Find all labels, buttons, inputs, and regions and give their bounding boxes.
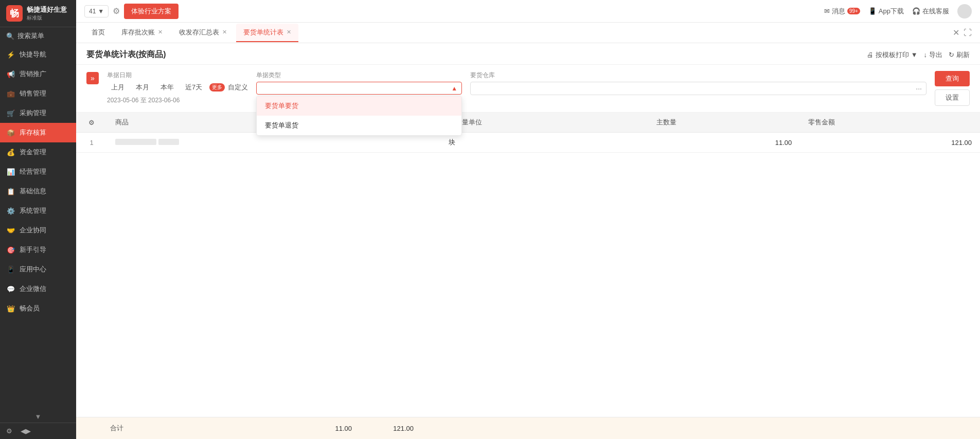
tab-close-order-stats[interactable]: ✕ (287, 29, 291, 35)
nav-label-purchase: 采购管理 (20, 108, 46, 118)
sidebar-item-member[interactable]: 👑 畅会员 (0, 299, 76, 318)
nav-label-finance: 资金管理 (20, 148, 46, 157)
sidebar-item-purchase[interactable]: 🛒 采购管理 (0, 103, 76, 123)
col-settings[interactable]: ⚙ (76, 113, 107, 133)
type-filter-input[interactable] (261, 84, 451, 92)
refresh-label: 刷新 (956, 50, 970, 60)
row-qty: 11.00 (648, 133, 800, 153)
col-qty: 主数量 (648, 113, 800, 133)
tab-collect-summary[interactable]: 收发存汇总表✕ (172, 24, 234, 42)
service-icon: 🎧 (912, 7, 920, 15)
row-amount: 121.00 (800, 133, 980, 153)
sidebar-item-finance[interactable]: 💰 资金管理 (0, 142, 76, 162)
type-filter-arrow[interactable]: ▲ (451, 85, 457, 92)
sidebar-item-system[interactable]: ⚙️ 系统管理 (0, 201, 76, 221)
warehouse-filter-input[interactable] (475, 85, 916, 93)
tabs-expand-icon[interactable]: ⛶ (964, 28, 972, 38)
print-icon: 🖨 (867, 51, 874, 59)
sidebar-item-inventory[interactable]: 📦 库存核算 (0, 123, 76, 142)
table-footer: 合计 11.00 121.00 (76, 417, 980, 439)
date-opt-this-month[interactable]: 本月 (132, 82, 153, 93)
sidebar-scroll-down[interactable]: ▼ (0, 411, 76, 423)
nav-icon-sales: 💼 (6, 89, 15, 98)
service-label: 在线客服 (922, 7, 949, 16)
tabs-close-all-icon[interactable]: ✕ (953, 28, 959, 38)
nav-icon-marketing: 📢 (6, 69, 15, 79)
nav-label-guide: 新手引导 (20, 245, 46, 254)
print-button[interactable]: 🖨 按模板打印 ▼ (867, 50, 918, 60)
brand-name: 畅捷通好生意 (27, 5, 67, 14)
tab-batch-invoice[interactable]: 库存批次账✕ (114, 24, 170, 42)
try-industry-button[interactable]: 体验行业方案 (124, 4, 179, 19)
table-row: 1 块 11.00 121.00 (76, 133, 980, 153)
company-selector[interactable]: 41 ▼ (84, 5, 109, 17)
date-opt-7days[interactable]: 近7天 (181, 82, 206, 93)
nav-label-enterprise: 企业协同 (20, 226, 46, 235)
message-badge: 99+ (847, 8, 860, 14)
tab-close-collect-summary[interactable]: ✕ (222, 29, 227, 35)
service-item[interactable]: 🎧 在线客服 (912, 7, 949, 16)
nav-icon-enterprise: 🤝 (6, 226, 15, 235)
export-icon: ↓ (924, 51, 928, 59)
sidebar-logo: 畅 畅捷通好生意 标准版 (0, 0, 76, 27)
filter-expand-button[interactable]: » (86, 72, 99, 84)
type-filter-label: 单据类型 (256, 71, 462, 80)
nav-icon-appstore: 📱 (6, 265, 15, 274)
nav-label-operation: 经营管理 (20, 167, 46, 176)
message-nav-item[interactable]: ✉ 消息 99+ (824, 7, 860, 16)
sidebar: 畅 畅捷通好生意 标准版 🔍 搜索菜单 ⚡ 快捷导航📢 营销推广💼 销售管理🛒 … (0, 0, 76, 439)
sidebar-item-weixin[interactable]: 💬 企业微信 (0, 279, 76, 299)
sidebar-item-appstore[interactable]: 📱 应用中心 (0, 260, 76, 279)
date-opt-this-year[interactable]: 本年 (156, 82, 178, 93)
tab-home[interactable]: 首页 (84, 24, 112, 42)
sidebar-item-quick-nav[interactable]: ⚡ 快捷导航 (0, 45, 76, 64)
date-opt-last-month[interactable]: 上月 (107, 82, 129, 93)
sidebar-item-basic[interactable]: 📋 基础信息 (0, 181, 76, 201)
settings-gear-icon[interactable]: ⚙ (113, 6, 120, 16)
tab-order-stats[interactable]: 要货单统计表✕ (236, 24, 298, 42)
warehouse-filter-input-row[interactable]: ··· (470, 82, 926, 95)
nav-label-appstore: 应用中心 (20, 265, 46, 274)
export-button[interactable]: ↓ 导出 (924, 50, 943, 60)
tab-label-batch-invoice: 库存批次账 (121, 28, 155, 37)
logo-icon: 畅 (6, 5, 23, 22)
print-arrow: ▼ (911, 51, 918, 59)
settings-icon[interactable]: ⚙ (6, 427, 12, 435)
app-download-item[interactable]: 📱 App下载 (868, 7, 904, 16)
message-icon: ✉ (824, 7, 830, 15)
sidebar-bottom: ⚙ ◀▶ (0, 423, 76, 439)
query-button[interactable]: 查询 (935, 71, 970, 86)
tab-close-batch-invoice[interactable]: ✕ (158, 29, 163, 35)
date-more-badge[interactable]: 更多 (209, 83, 225, 92)
sidebar-item-enterprise[interactable]: 🤝 企业协同 (0, 221, 76, 240)
nav-icon-basic: 📋 (6, 187, 15, 196)
sidebar-item-guide[interactable]: 🎯 新手引导 (0, 240, 76, 260)
nav-icon-finance: 💰 (6, 148, 15, 157)
page-actions: 🖨 按模板打印 ▼ ↓ 导出 ↻ 刷新 (867, 50, 970, 60)
nav-icon-weixin: 💬 (6, 284, 15, 294)
type-filter-group: 单据类型 ▲ 要货单要货 要货单退货 (256, 71, 462, 95)
sidebar-search[interactable]: 🔍 搜索菜单 (0, 27, 76, 45)
nav-label-system: 系统管理 (20, 206, 46, 215)
dropdown-item-return[interactable]: 要货单退货 (257, 116, 461, 135)
sidebar-item-marketing[interactable]: 📢 营销推广 (0, 64, 76, 84)
sidebar-item-sales[interactable]: 💼 销售管理 (0, 84, 76, 103)
warehouse-filter-label: 要货仓库 (470, 71, 926, 80)
print-label: 按模板打印 (876, 50, 909, 60)
collapse-icon[interactable]: ◀▶ (21, 427, 31, 435)
date-options: 上月 本月 本年 近7天 更多 自定义 (107, 82, 248, 93)
nav-label-basic: 基础信息 (20, 187, 46, 196)
date-custom-opt[interactable]: 自定义 (228, 83, 248, 92)
header-left: 41 ▼ ⚙ 体验行业方案 (84, 4, 818, 19)
warehouse-more-icon[interactable]: ··· (916, 84, 922, 93)
tab-label-home: 首页 (92, 28, 105, 37)
type-filter-input-row[interactable]: ▲ (256, 82, 462, 95)
export-label: 导出 (929, 50, 942, 60)
dropdown-item-order[interactable]: 要货单要货 (257, 96, 461, 116)
sidebar-item-operation[interactable]: 📊 经营管理 (0, 162, 76, 181)
filter-settings-button[interactable]: 设置 (935, 89, 970, 106)
user-avatar[interactable] (957, 4, 972, 19)
page-content: 要货单统计表(按商品) 🖨 按模板打印 ▼ ↓ 导出 ↻ 刷新 » (76, 43, 980, 439)
refresh-button[interactable]: ↻ 刷新 (949, 50, 970, 60)
filter-actions: 查询 设置 (935, 71, 970, 106)
